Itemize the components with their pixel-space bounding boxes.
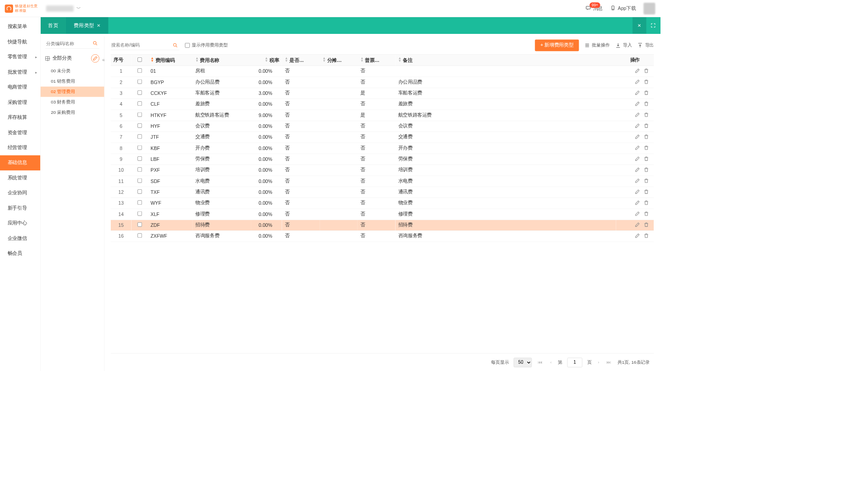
edit-icon[interactable] (635, 69, 640, 74)
table-row[interactable]: 14XLF修理费0.00%否否修理费 (111, 209, 654, 220)
row-checkbox[interactable] (137, 145, 142, 150)
pager-last-button[interactable]: ⏭ (605, 360, 613, 365)
col-b[interactable]: ▲▼分摊… (320, 55, 358, 66)
category-item[interactable]: 02 管理费用 (41, 87, 104, 97)
category-all[interactable]: 全部分类 (41, 52, 104, 65)
delete-icon[interactable] (644, 146, 649, 151)
table-row[interactable]: 5HTKYF航空铁路客运费9.00%否是航空铁路客运费 (111, 110, 654, 121)
delete-icon[interactable] (644, 91, 649, 96)
search-input[interactable] (111, 41, 179, 50)
row-checkbox[interactable] (137, 134, 142, 139)
edit-icon[interactable] (635, 201, 640, 206)
app-download-button[interactable]: App下载 (610, 5, 636, 11)
table-row[interactable]: 4CLF差旅费0.00%否否差旅费 (111, 99, 654, 109)
delete-icon[interactable] (644, 212, 649, 217)
delete-icon[interactable] (644, 201, 649, 206)
sidebar-item[interactable]: 零售管理▸ (0, 50, 40, 65)
delete-icon[interactable] (644, 124, 649, 129)
row-checkbox[interactable] (137, 222, 142, 227)
col-remark[interactable]: ▲▼备注 (395, 55, 616, 66)
search-icon[interactable] (173, 42, 178, 49)
fullscreen-button[interactable] (646, 17, 660, 34)
sidebar-item[interactable]: 采购管理 (0, 95, 40, 110)
table-row[interactable]: 12TXF通讯费0.00%否否通讯费 (111, 187, 654, 197)
category-item[interactable]: 20 采购费用 (41, 107, 104, 117)
pager-first-button[interactable]: ⏮ (537, 360, 544, 365)
close-icon[interactable]: ✕ (97, 23, 100, 28)
avatar[interactable] (644, 3, 656, 14)
collapse-panel-button[interactable]: « (102, 57, 105, 62)
delete-icon[interactable] (644, 223, 649, 228)
edit-icon[interactable] (635, 146, 640, 151)
row-checkbox[interactable] (137, 189, 142, 194)
row-checkbox[interactable] (137, 101, 142, 106)
edit-icon[interactable] (635, 157, 640, 162)
sidebar-item[interactable]: 搜索菜单 (0, 19, 40, 34)
sidebar-item[interactable]: 应用中心 (0, 216, 40, 231)
delete-icon[interactable] (644, 190, 649, 195)
sidebar-item[interactable]: 电商管理 (0, 80, 40, 94)
edit-icon[interactable] (635, 135, 640, 140)
sidebar-item[interactable]: 系统管理 (0, 170, 40, 185)
edit-icon[interactable] (635, 223, 640, 228)
sidebar-item[interactable]: 畅会员 (0, 246, 40, 261)
show-disabled-input[interactable] (185, 43, 190, 48)
edit-icon[interactable] (635, 190, 640, 195)
delete-icon[interactable] (644, 80, 649, 85)
delete-icon[interactable] (644, 69, 649, 74)
table-row[interactable]: 6HYF会议费0.00%否否会议费 (111, 121, 654, 131)
col-code[interactable]: ▲▼费用编码 (148, 55, 193, 66)
table-row[interactable]: 15ZDF招待费0.00%否否招待费 (111, 220, 654, 230)
pager-next-button[interactable]: › (596, 360, 600, 365)
sidebar-item[interactable]: 企业协同 (0, 186, 40, 201)
pager-page-input[interactable] (567, 357, 582, 367)
delete-icon[interactable] (644, 157, 649, 162)
table-row[interactable]: 11SDF水电费0.00%否否水电费 (111, 176, 654, 187)
add-fee-type-button[interactable]: + 新增费用类型 (535, 39, 579, 51)
edit-categories-button[interactable] (91, 54, 99, 62)
table-row[interactable]: 10PXF培训费0.00%否否培训费 (111, 164, 654, 175)
sidebar-item[interactable]: 企业微信 (0, 231, 40, 246)
search-icon[interactable] (93, 41, 98, 47)
sidebar-item[interactable]: 快捷导航 (0, 34, 40, 49)
row-checkbox[interactable] (137, 167, 142, 172)
col-seq[interactable]: 序号 (111, 55, 132, 66)
col-a[interactable]: ▲▼是否… (282, 55, 320, 66)
row-checkbox[interactable] (137, 200, 142, 205)
table-row[interactable]: 9LBF劳保费0.00%否否劳保费 (111, 154, 654, 164)
edit-icon[interactable] (635, 179, 640, 184)
edit-icon[interactable] (635, 80, 640, 85)
sidebar-item[interactable]: 新手引导 (0, 201, 40, 216)
category-item[interactable]: 03 财务费用 (41, 97, 104, 107)
messages-button[interactable]: 消息 99+ (585, 5, 603, 11)
edit-icon[interactable] (635, 113, 640, 118)
row-checkbox[interactable] (137, 113, 142, 117)
sidebar-item[interactable]: 批发管理▸ (0, 65, 40, 80)
edit-icon[interactable] (635, 91, 640, 96)
org-selector[interactable]: ﹀ (46, 5, 108, 12)
show-disabled-checkbox[interactable]: 显示停用费用类型 (185, 42, 227, 49)
import-button[interactable]: 导入 (615, 42, 632, 49)
category-item[interactable]: 00 未分类 (41, 66, 104, 76)
tab-home[interactable]: 首页 (41, 17, 66, 34)
table-row[interactable]: 3CCKYF车船客运费3.00%否是车船客运费 (111, 88, 654, 99)
category-search-input[interactable] (45, 39, 99, 49)
row-checkbox[interactable] (137, 68, 142, 73)
category-item[interactable]: 01 销售费用 (41, 76, 104, 87)
delete-icon[interactable] (644, 113, 649, 118)
row-checkbox[interactable] (137, 90, 142, 95)
sidebar-item[interactable]: 基础信息 (0, 155, 40, 170)
table-row[interactable]: 2BGYP办公用品费0.00%否否办公用品费 (111, 77, 654, 88)
tab-fee-type[interactable]: 费用类型 ✕ (66, 17, 108, 34)
pager-prev-button[interactable]: ‹ (549, 360, 553, 365)
table-row[interactable]: 13WYF物业费0.00%否否物业费 (111, 197, 654, 208)
batch-ops-button[interactable]: 批量操作 (585, 42, 610, 49)
tabs-close-all-button[interactable]: ✕ (632, 17, 646, 34)
select-all-checkbox[interactable] (137, 57, 142, 62)
row-checkbox[interactable] (137, 80, 142, 84)
table-row[interactable]: 16ZXFWF咨询服务费0.00%否否咨询服务费 (111, 230, 654, 241)
table-row[interactable]: 7JTF交通费0.00%否否交通费 (111, 131, 654, 142)
edit-icon[interactable] (635, 168, 640, 173)
edit-icon[interactable] (635, 102, 640, 107)
row-checkbox[interactable] (137, 156, 142, 161)
